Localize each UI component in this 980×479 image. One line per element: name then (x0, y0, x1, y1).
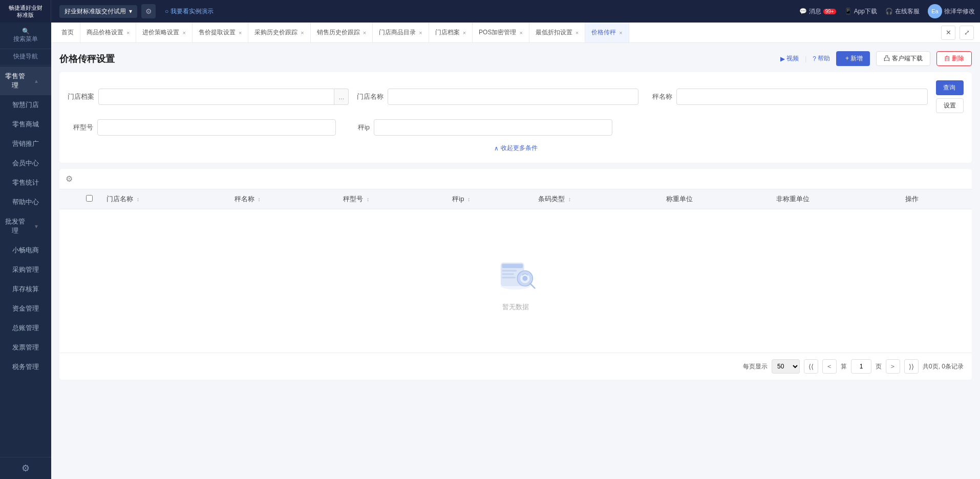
close-icon[interactable]: × (126, 30, 130, 36)
settings-query-button[interactable]: 设置 (936, 98, 964, 113)
close-icon[interactable]: × (519, 30, 522, 36)
collapse-button[interactable]: ∧ 收起更多条件 (494, 144, 538, 153)
delete-button[interactable]: 自 删除 (936, 51, 972, 66)
close-icon[interactable]: × (182, 30, 185, 36)
sidebar-item-retail-mgmt[interactable]: 零售管理 ▲ (0, 67, 51, 95)
tab-store-archive[interactable]: 门店档案 × (429, 23, 473, 43)
sidebar-item-label: 会员中心 (4, 159, 47, 168)
sidebar-item-invoice[interactable]: 发票管理 (0, 338, 51, 357)
close-icon[interactable]: × (239, 30, 242, 36)
sidebar-item-finance[interactable]: 资金管理 (0, 299, 51, 318)
tab-pos-mgmt[interactable]: POS加密管理 × (473, 23, 529, 43)
sidebar-item-wholesale-mgmt[interactable]: 批发管理 ▼ (0, 212, 51, 241)
scale-ip-label: 秤ip (344, 123, 370, 132)
sidebar-item-retail-stats[interactable]: 零售统计 (0, 173, 51, 192)
sidebar-item-retail-mall[interactable]: 零售商城 (0, 115, 51, 134)
store-archive-btn[interactable]: ... (334, 89, 349, 105)
close-icon[interactable]: × (619, 30, 622, 36)
close-icon[interactable]: × (576, 30, 579, 36)
add-button[interactable]: + 新增 (836, 51, 870, 66)
user-name: 徐泽华修改 (944, 7, 975, 16)
app-download-button[interactable]: 📱 App下载 (844, 7, 877, 16)
close-icon[interactable]: × (419, 30, 422, 36)
th-weight-unit: 称重单位 (660, 189, 770, 209)
empty-illustration (490, 250, 541, 296)
sidebar-item-marketing[interactable]: 营销推广 (0, 134, 51, 154)
th-scale-ip: 秤ip ↕ (446, 189, 532, 209)
sidebar-item-smart-store[interactable]: 智慧门店 (0, 95, 51, 115)
close-icon[interactable]: × (301, 30, 304, 36)
sidebar-item-inventory[interactable]: 库存核算 (0, 279, 51, 299)
sidebar-quick-nav[interactable]: 快捷导航 (0, 49, 51, 64)
tab-sale-history[interactable]: 销售历史价跟踪 × (311, 23, 373, 43)
tab-price-scale[interactable]: 价格传秤 × (585, 23, 629, 43)
search-form: 门店档案 ... 门店名称 秤名称 (59, 72, 972, 163)
first-page-button[interactable]: ⟨⟨ (804, 359, 818, 374)
tab-home[interactable]: 首页 (55, 23, 80, 43)
store-name-input[interactable] (388, 89, 638, 105)
logo-text: 畅捷通好业财 标准版 (9, 4, 42, 19)
th-store-name: 门店名称 ↕ (100, 189, 228, 209)
tab-close-current-button[interactable]: ✕ (941, 26, 955, 40)
table-settings-icon[interactable]: ⚙ (66, 174, 73, 184)
sidebar-item-member-center[interactable]: 会员中心 (0, 154, 51, 173)
sidebar-settings-button[interactable]: ⚙ (0, 457, 51, 479)
tab-product-price[interactable]: 商品价格设置 × (80, 23, 136, 43)
top-bar-left: 畅捷通好业财 标准版 好业财标准版交付试用 ▾ ⚙ ○ 我要看实例演示 (0, 0, 214, 23)
sidebar-item-help-center[interactable]: 帮助中心 (0, 192, 51, 212)
sidebar-item-general-ledger[interactable]: 总账管理 (0, 318, 51, 338)
store-archive-input-group: ... (98, 89, 349, 105)
tab-store-catalog[interactable]: 门店商品目录 × (373, 23, 429, 43)
user-menu[interactable]: Ea 徐泽华修改 (928, 4, 975, 18)
demo-link[interactable]: ○ 我要看实例演示 (165, 7, 214, 16)
video-link[interactable]: ▶ 视频 (780, 54, 799, 63)
tab-purchase-strategy[interactable]: 进价策略设置 × (136, 23, 192, 43)
scale-name-field: 秤名称 (647, 89, 928, 105)
th-non-weight-unit: 非称重单位 (770, 189, 899, 209)
tab-sale-price[interactable]: 售价提取设置 × (193, 23, 248, 43)
total-label: 共0页, 0条记录 (923, 362, 964, 371)
th-checkbox (80, 189, 100, 209)
pagination: 每页显示 10 20 50 100 ⟨⟨ ＜ 算 页 ＞ ⟩⟩ 共0页, 0条记… (59, 353, 972, 380)
prev-page-button[interactable]: ＜ (822, 359, 837, 374)
sidebar-item-tax-mgmt[interactable]: 税务管理 (0, 357, 51, 377)
store-archive-input[interactable] (98, 89, 334, 105)
close-icon[interactable]: × (363, 30, 366, 36)
last-page-button[interactable]: ⟩⟩ (904, 359, 919, 374)
sidebar-item-label: 总账管理 (4, 323, 47, 333)
online-service-button[interactable]: 🎧 在线客服 (885, 7, 920, 16)
scale-model-input[interactable] (97, 119, 336, 136)
main-layout: 🔍 搜索菜单 快捷导航 零售管理 ▲ 智慧门店 零售商城 营销推广 会员中心 零… (0, 23, 980, 479)
message-icon: 💬 (799, 8, 807, 15)
version-selector[interactable]: 好业财标准版交付试用 ▾ (59, 5, 137, 18)
circle-icon: ○ (165, 8, 168, 15)
sidebar-item-xiao-ecom[interactable]: 小畅电商 (0, 241, 51, 260)
th-scale-model: 秤型号 ↕ (337, 189, 446, 209)
tab-maximize-button[interactable]: ⤢ (960, 26, 974, 40)
app-settings-button[interactable]: ⚙ (141, 4, 156, 18)
svg-rect-3 (502, 270, 517, 271)
form-row-1: 门店档案 ... 门店名称 秤名称 (68, 80, 964, 113)
close-icon[interactable]: × (463, 30, 466, 36)
page-content: 价格传秤设置 ▶ 视频 | ? 帮助 + 新增 (51, 43, 980, 479)
tab-min-discount[interactable]: 最低折扣设置 × (529, 23, 585, 43)
scale-name-input[interactable] (676, 89, 928, 105)
tab-label: 售价提取设置 (199, 28, 236, 37)
scale-model-label: 秤型号 (68, 123, 93, 132)
svg-rect-4 (502, 273, 514, 275)
help-link[interactable]: ? 帮助 (813, 54, 830, 63)
collapse-row: ∧ 收起更多条件 (68, 142, 964, 155)
next-page-button[interactable]: ＞ (886, 359, 900, 374)
sidebar-item-purchase-mgmt[interactable]: 采购管理 (0, 260, 51, 279)
page-header: 价格传秤设置 ▶ 视频 | ? 帮助 + 新增 (59, 51, 972, 66)
query-button[interactable]: 查询 (936, 80, 964, 95)
download-button[interactable]: 凸 客户端下载 (876, 51, 930, 66)
th-barcode-type: 条码类型 ↕ (532, 189, 660, 209)
per-page-select[interactable]: 10 20 50 100 (772, 359, 800, 374)
select-all-checkbox[interactable] (86, 195, 93, 202)
message-button[interactable]: 💬 消息 99+ (799, 7, 836, 16)
scale-ip-input[interactable] (374, 119, 612, 136)
tab-purchase-history[interactable]: 采购历史价跟踪 × (248, 23, 310, 43)
page-number-input[interactable] (851, 359, 871, 374)
sidebar-search[interactable]: 🔍 搜索菜单 (0, 23, 51, 49)
